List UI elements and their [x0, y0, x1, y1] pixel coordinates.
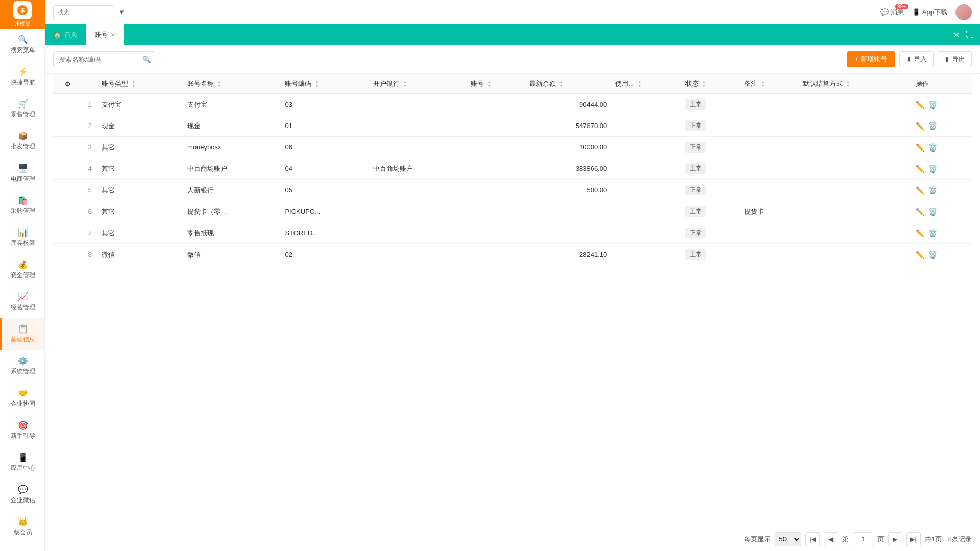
edit-icon[interactable]: ✏️: [916, 101, 924, 109]
edit-icon[interactable]: ✏️: [916, 143, 924, 152]
edit-icon[interactable]: ✏️: [916, 208, 924, 216]
table-row: 3 其它 moneybosx 06 10000.00 正常 ✏️ 🗑️: [53, 137, 972, 158]
next-page-button[interactable]: ▶: [888, 532, 902, 546]
wholesale-mgmt-icon: 📦: [18, 131, 28, 141]
row-status: 正常: [681, 115, 740, 137]
sidebar-item-app-center[interactable]: 📱 应用中心: [0, 446, 44, 479]
tab-home[interactable]: 🏠 首页: [45, 24, 86, 45]
row-code: 04: [281, 158, 369, 180]
col-account-no-label: 账号: [471, 80, 484, 87]
page-number-input[interactable]: [853, 532, 873, 546]
sidebar-item-quick-nav[interactable]: ⚡ 快捷导航: [0, 61, 44, 93]
delete-icon[interactable]: 🗑️: [928, 208, 937, 216]
row-actions: ✏️ 🗑️: [912, 94, 972, 115]
delete-icon[interactable]: 🗑️: [928, 165, 937, 173]
row-usage: [611, 115, 681, 137]
row-usage: [611, 244, 681, 265]
export-button[interactable]: ⬆ 导出: [938, 51, 972, 67]
user-avatar[interactable]: [955, 4, 972, 20]
edit-icon[interactable]: ✏️: [916, 122, 924, 130]
delete-icon[interactable]: 🗑️: [928, 101, 937, 109]
delete-icon[interactable]: 🗑️: [928, 251, 937, 259]
edit-icon[interactable]: ✏️: [916, 186, 924, 194]
delete-icon[interactable]: 🗑️: [928, 143, 937, 152]
col-status[interactable]: 状态 ▲▼: [681, 74, 740, 94]
edit-icon[interactable]: ✏️: [916, 165, 924, 173]
delete-icon[interactable]: 🗑️: [928, 186, 937, 194]
logo-icon: 乐: [13, 1, 32, 19]
row-status: 正常: [681, 180, 740, 201]
row-settings: [53, 222, 82, 244]
delete-icon[interactable]: 🗑️: [928, 122, 937, 130]
sidebar-item-finance-mgmt[interactable]: 💰 资金管理: [0, 254, 44, 286]
topbar-search-input[interactable]: [53, 5, 114, 19]
page-size-select[interactable]: 50 20 100: [775, 532, 801, 546]
col-usage[interactable]: 使用... ▲▼: [611, 74, 681, 94]
topbar-dropdown[interactable]: ▼: [118, 8, 125, 16]
col-balance[interactable]: 最新余额 ▲▼: [525, 74, 611, 94]
tab-accounts[interactable]: 账号 ✕: [86, 24, 124, 45]
sidebar-item-wholesale-mgmt[interactable]: 📦 批发管理: [0, 125, 44, 157]
row-type: 其它: [97, 137, 183, 158]
sidebar-item-inventory[interactable]: 📊 库存核算: [0, 221, 44, 254]
prev-page-button[interactable]: ◀: [824, 532, 838, 546]
new-guide-icon: 🎯: [18, 420, 28, 430]
sidebar-item-member[interactable]: 👑 畅会员: [0, 511, 44, 543]
tab-accounts-close[interactable]: ✕: [111, 32, 115, 38]
row-balance: -90444.00: [525, 94, 611, 115]
sidebar-item-system-mgmt-label: 系统管理: [11, 367, 35, 376]
col-account-name[interactable]: 账号名称 ▲▼: [183, 74, 281, 94]
sidebar-item-basic-info[interactable]: 📋 基础信息: [0, 318, 44, 350]
row-type: 其它: [97, 201, 183, 222]
row-status: 正常: [681, 244, 740, 265]
col-actions: 操作: [912, 74, 972, 94]
sidebar-item-new-guide[interactable]: 🎯 新手引导: [0, 414, 44, 446]
edit-icon[interactable]: ✏️: [916, 229, 924, 237]
search-menu-icon: 🔍: [18, 35, 28, 44]
tabs-bar: 🏠 首页 账号 ✕ ✕ ⛶: [45, 24, 980, 45]
row-notes: [740, 244, 799, 265]
app-download-button[interactable]: 📱 App下载: [912, 8, 947, 17]
page-suffix-label: 页: [877, 535, 884, 544]
sidebar-item-enterprise-agreement[interactable]: 🤝 企业协同: [0, 382, 44, 414]
messages-button[interactable]: 💬 消息 99+: [880, 8, 904, 17]
topbar: ▼ 💬 消息 99+ 📱 App下载: [45, 0, 980, 24]
inventory-icon: 📊: [18, 228, 28, 237]
add-account-button[interactable]: + 新增账号: [847, 51, 895, 67]
logo-text: 乐橙版: [15, 20, 30, 28]
col-bank[interactable]: 开户银行 ▲▼: [369, 74, 467, 94]
col-default-payment-label: 默认结算方式: [803, 80, 843, 87]
row-settings: [53, 180, 82, 201]
expand-tab-action[interactable]: ⛶: [964, 28, 976, 41]
sidebar-item-operations-mgmt[interactable]: 📈 经营管理: [0, 286, 44, 318]
col-settings[interactable]: ⚙: [53, 74, 82, 94]
sidebar-item-ecommerce-mgmt[interactable]: 🖥️ 电商管理: [0, 157, 44, 189]
sidebar-item-enterprise-wechat[interactable]: 💬 企业微信: [0, 479, 44, 511]
col-account-type[interactable]: 账号类型 ▲▼: [97, 74, 183, 94]
col-default-payment[interactable]: 默认结算方式 ▲▼: [799, 74, 912, 94]
sidebar-item-purchase-mgmt[interactable]: 🛍️ 采购管理: [0, 189, 44, 221]
sidebar-item-search-menu[interactable]: 🔍 搜索菜单: [0, 29, 44, 61]
row-account-no: [467, 158, 525, 180]
import-button[interactable]: ⬇ 导入: [899, 51, 934, 67]
row-type: 微信: [97, 244, 183, 265]
sidebar-item-ecommerce-mgmt-label: 电商管理: [11, 174, 35, 183]
delete-icon[interactable]: 🗑️: [928, 229, 937, 237]
last-page-button[interactable]: ▶|: [906, 532, 921, 546]
edit-icon[interactable]: ✏️: [916, 251, 924, 259]
export-label: 导出: [952, 55, 965, 64]
close-tab-action[interactable]: ✕: [951, 28, 962, 42]
col-account-code[interactable]: 账号编码 ▲▼: [281, 74, 369, 94]
sort-account-code: ▲▼: [315, 80, 319, 88]
sidebar-item-member-label: 畅会员: [14, 528, 32, 537]
row-actions: ✏️ 🗑️: [912, 137, 972, 158]
col-notes[interactable]: 备注 ▲▼: [740, 74, 799, 94]
search-button[interactable]: 🔍: [142, 56, 151, 63]
sidebar-item-system-mgmt[interactable]: ⚙️ 系统管理: [0, 350, 44, 382]
first-page-button[interactable]: |◀: [805, 532, 820, 546]
sidebar-item-retail-mgmt[interactable]: 🛒 零售管理: [0, 93, 44, 125]
row-account-no: [467, 137, 525, 158]
col-account-no[interactable]: 账号 ▲▼: [467, 74, 525, 94]
system-mgmt-icon: ⚙️: [18, 356, 28, 366]
search-input[interactable]: [53, 51, 155, 67]
